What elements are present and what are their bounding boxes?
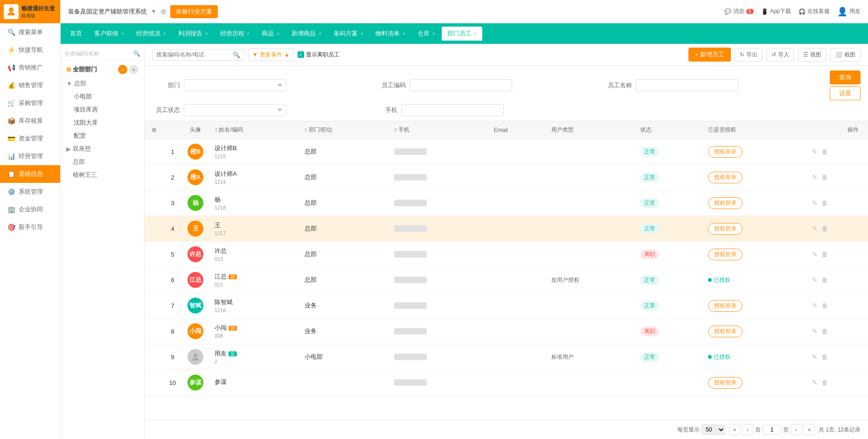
next-page-button[interactable]: › xyxy=(791,424,802,435)
edit-icon[interactable]: ✎ xyxy=(812,148,818,155)
last-page-button[interactable]: » xyxy=(804,424,815,435)
tab-new-product[interactable]: 新增商品 × xyxy=(286,27,327,41)
filter-dept-select[interactable] xyxy=(184,79,286,91)
auth-login-button[interactable]: 授权登录 xyxy=(708,326,743,337)
tab-dept-staff[interactable]: 部门员工 × xyxy=(442,27,483,41)
print-button[interactable]: ⬜ 截图 xyxy=(830,48,861,62)
dept-item-xiangmuku[interactable]: 项目库房 xyxy=(61,103,144,116)
col-name[interactable]: ↕ 姓名/编码 xyxy=(209,121,299,139)
delete-icon[interactable]: 🗑 xyxy=(821,276,828,284)
sidebar-item-operations[interactable]: 📊 经营管理 xyxy=(0,147,60,165)
settings-icon[interactable]: ⚙ xyxy=(160,8,167,15)
edit-icon[interactable]: ✎ xyxy=(812,379,818,386)
sidebar-item-basic[interactable]: 📋 基础信息 xyxy=(0,165,60,183)
import-button[interactable]: ↺ 导入 xyxy=(766,48,794,62)
user-menu[interactable]: 👤 用友 xyxy=(837,7,861,17)
delete-icon[interactable]: 🗑 xyxy=(821,174,828,181)
delete-icon[interactable]: 🗑 xyxy=(821,353,828,361)
delete-icon[interactable]: 🗑 xyxy=(821,328,828,335)
settings-button[interactable]: 设置 xyxy=(830,86,861,100)
dept-item-peihuo[interactable]: 配货 xyxy=(61,129,144,142)
edit-icon[interactable]: ✎ xyxy=(812,276,818,284)
sidebar-item-sales[interactable]: 💰 销售管理 xyxy=(0,77,60,94)
delete-icon[interactable]: 🗑 xyxy=(821,225,828,232)
per-page-select[interactable]: 50 100 xyxy=(701,425,725,435)
tab-close-warehouse[interactable]: × xyxy=(432,31,435,36)
dept-search-input[interactable] xyxy=(64,50,133,57)
sidebar-item-shortcut[interactable]: ⚡ 快捷导航 xyxy=(0,41,60,59)
dept-item-xiaodianbu[interactable]: 小电部 xyxy=(61,90,144,103)
edit-icon[interactable]: ✎ xyxy=(812,174,818,181)
auth-login-button[interactable]: 授权登录 xyxy=(708,300,743,312)
first-page-button[interactable]: « xyxy=(729,424,740,435)
col-phone[interactable]: ↕ 手机 xyxy=(389,121,488,139)
sidebar-item-inventory[interactable]: 📦 库存核算 xyxy=(0,112,60,130)
sidebar-item-company[interactable]: 🏢 企业协同 xyxy=(0,201,60,218)
filter-phone-input[interactable] xyxy=(401,104,504,116)
edit-icon[interactable]: ✎ xyxy=(812,328,818,335)
delete-icon[interactable]: 🗑 xyxy=(821,251,828,258)
dept-group-header-zhishuwang[interactable]: 植树王三 xyxy=(61,168,144,181)
dept-group-header-shuangzuo[interactable]: ▶ 双座想 xyxy=(61,142,144,155)
auth-login-button[interactable]: 授权登录 xyxy=(708,172,743,183)
dept-add-btn[interactable]: + xyxy=(118,65,127,74)
tab-close-product[interactable]: × xyxy=(277,31,279,36)
filter-emp-name-input[interactable] xyxy=(636,79,738,91)
sidebar-item-guide[interactable]: 🎯 新手引导 xyxy=(0,218,60,236)
auth-login-button[interactable]: 授权登录 xyxy=(708,146,743,158)
col-settings[interactable]: ⚙ xyxy=(145,121,163,139)
tab-business[interactable]: 经营情况 × xyxy=(131,27,172,41)
sidebar-item-finance[interactable]: 💳 资金管理 xyxy=(0,130,60,147)
edit-icon[interactable]: ✎ xyxy=(812,199,818,207)
filter-emp-code-input[interactable] xyxy=(410,79,512,91)
tab-home[interactable]: 首页 xyxy=(64,27,88,41)
sidebar-item-marketing[interactable]: 📢 营销推广 xyxy=(0,59,60,77)
edit-icon[interactable]: ✎ xyxy=(812,251,818,258)
tab-close-barcode[interactable]: × xyxy=(361,31,363,36)
edit-icon[interactable]: ✎ xyxy=(812,302,818,309)
sidebar-item-system[interactable]: ⚙️ 系统管理 xyxy=(0,183,60,201)
show-resigned-checkbox[interactable]: ✓ xyxy=(298,51,304,58)
prev-page-button[interactable]: ‹ xyxy=(742,424,753,435)
tab-warehouse[interactable]: 仓库 × xyxy=(412,27,441,41)
auth-login-button[interactable]: 授权登录 xyxy=(708,249,743,260)
filter-status-select[interactable] xyxy=(184,104,286,116)
delete-icon[interactable]: 🗑 xyxy=(821,148,828,155)
sidebar-item-purchase[interactable]: 🛒 采购管理 xyxy=(0,94,60,112)
dept-item-shenyangdaku[interactable]: 沈阳大库 xyxy=(61,116,144,129)
view-button[interactable]: ☰ 视图 xyxy=(798,48,826,62)
tab-close-materials[interactable]: × xyxy=(403,31,405,36)
auth-login-button[interactable]: 授权登录 xyxy=(708,223,743,235)
auth-login-button[interactable]: 授权登录 xyxy=(708,197,743,209)
dept-collapse-btn[interactable]: « xyxy=(129,65,139,74)
tab-materials[interactable]: 物料清单 × xyxy=(370,27,411,41)
trial-button[interactable]: 体验行业方案 xyxy=(170,5,218,18)
all-dept-label[interactable]: ⊞ 全部部门 xyxy=(66,65,97,74)
message-button[interactable]: 💬 消息 6 xyxy=(724,7,754,15)
dept-group-header-zongbu[interactable]: ▼ 总部 xyxy=(61,77,144,90)
delete-icon[interactable]: 🗑 xyxy=(821,199,828,207)
tab-barcode[interactable]: 条码方案 × xyxy=(328,27,369,41)
dept-group-header-zongbu2[interactable]: 总部 xyxy=(61,155,144,168)
query-button[interactable]: 查询 xyxy=(830,70,861,84)
edit-icon[interactable]: ✎ xyxy=(812,353,818,361)
more-filter-button[interactable]: ▼ 更多条件 ▲ xyxy=(248,49,294,61)
tab-close-profit[interactable]: × xyxy=(205,31,208,36)
tab-product[interactable]: 商品 × xyxy=(256,27,285,41)
tab-close-customer[interactable]: × xyxy=(121,31,124,36)
tab-customer[interactable]: 客户联络 × xyxy=(89,27,130,41)
tab-close-new-product[interactable]: × xyxy=(319,31,321,36)
online-service-button[interactable]: 🎧 在线客服 xyxy=(799,7,830,15)
app-download-button[interactable]: 📱 App下载 xyxy=(761,7,791,15)
tab-history[interactable]: 经营历程 × xyxy=(215,27,256,41)
auth-login-button[interactable]: 授权登录 xyxy=(708,377,743,389)
add-employee-button[interactable]: + 新增员工 xyxy=(688,48,731,62)
delete-icon[interactable]: 🗑 xyxy=(821,302,828,309)
search-input[interactable] xyxy=(156,51,231,58)
page-number-input[interactable] xyxy=(763,425,781,434)
delete-icon[interactable]: 🗑 xyxy=(821,379,828,386)
edit-icon[interactable]: ✎ xyxy=(812,225,818,232)
dropdown-arrow-icon[interactable]: ▼ xyxy=(151,8,157,15)
tab-close-dept-staff[interactable]: × xyxy=(474,31,477,36)
col-dept[interactable]: ↕ 部门/职位 xyxy=(299,121,389,139)
